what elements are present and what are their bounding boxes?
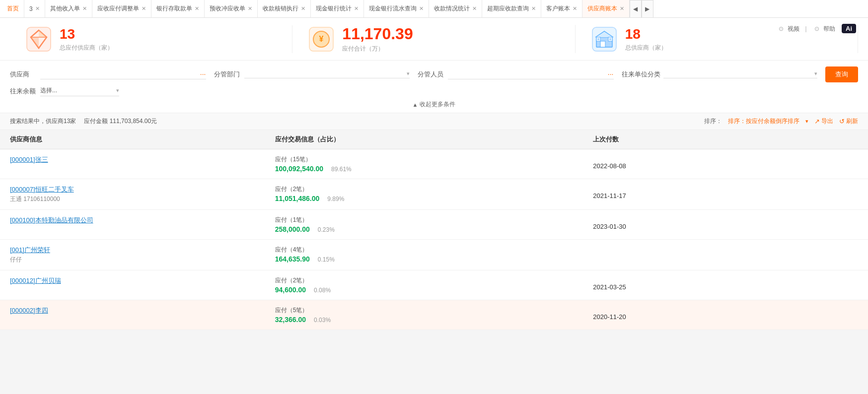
stat-block-amount: ¥ 11,170.39 应付合计（万） xyxy=(292,25,575,53)
chevron-down-icon4: ▾ xyxy=(805,118,808,125)
stats-bar: 13 总应付供应商（家） ¥ 11,170.39 应付合计（万） xyxy=(0,18,868,61)
supplier-link-4[interactable]: [000012]广州贝瑞 xyxy=(10,277,61,284)
nav-tab-cash-flow[interactable]: 现金银行流水查询 ✕ xyxy=(364,0,429,18)
supplier-link-5[interactable]: [000002]李四 xyxy=(10,307,48,314)
nav-tab-cash-stat[interactable]: 现金银行统计 ✕ xyxy=(311,0,364,18)
result-summary: 搜索结果中，供应商13家 应付金额 111,703,854.00元 xyxy=(10,117,157,126)
supplier-link-1[interactable]: [000007]恒旺二手叉车 xyxy=(10,186,74,193)
nav-tab-receipt-label: 收款核销执行 xyxy=(263,4,298,13)
trans-pct-2: 0.23% xyxy=(318,226,335,233)
trans-amount-1: 11,051,486.00 xyxy=(275,195,320,202)
circle-icon2: ⊙ xyxy=(814,25,819,32)
stat-label-amount: 应付合计（万） xyxy=(342,45,413,53)
supplier-info-4: [000012]广州贝瑞 xyxy=(10,276,275,285)
trans-label-1: 应付（2笔） xyxy=(275,185,593,194)
nav-tab-receipt-verify[interactable]: 收款核销执行 ✕ xyxy=(258,0,311,18)
transaction-info-1: 应付（2笔） 11,051,486.00 9.89% xyxy=(275,185,593,202)
query-button[interactable]: 查询 xyxy=(825,66,858,82)
supplier-link-2[interactable]: [000100]本特勤油品有限公司 xyxy=(10,216,93,224)
table-row: [000007]恒旺二手叉车 王通 17106110000 应付（2笔） 11,… xyxy=(0,179,868,210)
filter-row-2: 往来余额 选择... ▾ xyxy=(10,86,858,96)
nav-tab-ar-ap-label: 应收应付调整单 xyxy=(97,4,139,13)
transaction-info-2: 应付（1笔） 258,000.00 0.23% xyxy=(275,216,593,233)
nav-tab-prepay[interactable]: 预收冲应收单 ✕ xyxy=(205,0,258,18)
export-icon: ↗ xyxy=(814,118,820,125)
category-select-wrap[interactable]: ▾ xyxy=(663,70,818,78)
close-icon[interactable]: ✕ xyxy=(142,5,146,12)
trans-pct-0: 89.61% xyxy=(331,166,352,173)
nav-tab-receipt-stat-label: 收款情况统计 xyxy=(434,4,470,13)
supplier-input-wrap[interactable]: ··· xyxy=(40,70,206,79)
result-actions: 排序： 排序：按应付余额倒序排序 ▾ ↗ 导出 ↺ 刷新 xyxy=(704,117,858,126)
col-header-lastpay: 上次付数 xyxy=(593,135,805,144)
supplier-link-3[interactable]: [001]广州荣轩 xyxy=(10,246,50,254)
trans-pct-1: 9.89% xyxy=(327,196,344,202)
nav-tab-receipt-stat[interactable]: 收款情况统计 ✕ xyxy=(429,0,482,18)
table-row: [001]广州荣轩 仔仔 应付（4笔） 164,635.90 0.15% xyxy=(0,240,868,270)
lastpay-0: 2022-08-08 xyxy=(593,155,805,170)
filter-row-1: 供应商 ··· 分管部门 ▾ 分管人员 ··· 往来单位分类 xyxy=(10,66,858,82)
chevron-down-icon2: ▾ xyxy=(814,70,817,77)
filter-supplier: 供应商 ··· xyxy=(10,70,206,79)
nav-tab-bank-deposit[interactable]: 银行存取款单 ✕ xyxy=(151,0,205,18)
filter-category-label: 往来单位分类 xyxy=(622,70,660,79)
supplier-info-1: [000007]恒旺二手叉车 王通 17106110000 xyxy=(10,185,275,203)
supplier-link-0[interactable]: [000001]张三 xyxy=(10,156,48,163)
chevron-down-icon3: ▾ xyxy=(116,87,119,94)
nav-tab-3[interactable]: 3 ✕ xyxy=(24,0,45,18)
close-icon[interactable]: ✕ xyxy=(82,5,87,12)
close-icon[interactable]: ✕ xyxy=(301,5,305,12)
supplier-info-2: [000100]本特勤油品有限公司 xyxy=(10,216,275,225)
close-icon[interactable]: ✕ xyxy=(531,5,536,12)
nav-tab-customer-label: 客户账本 xyxy=(546,4,570,13)
lastpay-4: 2021-03-25 xyxy=(593,276,805,291)
top-navigation: 首页 3 ✕ 其他收入单 ✕ 应收应付调整单 ✕ 银行存取款单 ✕ 预收冲应收单… xyxy=(0,0,868,18)
refresh-label: 刷新 xyxy=(846,117,858,126)
filter-category: 往来单位分类 ▾ xyxy=(622,70,818,79)
nav-tab-3-close[interactable]: ✕ xyxy=(35,5,40,12)
nav-tab-home[interactable]: 首页 xyxy=(2,0,24,18)
export-button[interactable]: ↗ 导出 xyxy=(814,117,833,126)
nav-tab-ar-ap-adjust[interactable]: 应收应付调整单 ✕ xyxy=(92,0,151,18)
close-icon[interactable]: ✕ xyxy=(472,5,477,12)
video-link[interactable]: 视频 xyxy=(788,25,799,32)
close-icon[interactable]: ✕ xyxy=(354,5,359,12)
trans-pct-4: 0.08% xyxy=(314,287,331,294)
supplier-dots-icon[interactable]: ··· xyxy=(200,70,206,78)
svg-text:¥: ¥ xyxy=(319,35,324,43)
person-dots-icon[interactable]: ··· xyxy=(608,70,614,78)
close-icon[interactable]: ✕ xyxy=(620,5,624,12)
nav-tab-customer-book[interactable]: 客户账本 ✕ xyxy=(541,0,582,18)
close-icon[interactable]: ✕ xyxy=(419,5,424,12)
nav-tab-other-income[interactable]: 其他收入单 ✕ xyxy=(45,0,92,18)
filter-bar: 供应商 ··· 分管部门 ▾ 分管人员 ··· 往来单位分类 xyxy=(0,61,868,113)
nav-tab-bank-label: 银行存取款单 xyxy=(156,4,192,13)
data-table: 供应商信息 应付交易信息（占比） 上次付数 [000001]张三 应付（15笔）… xyxy=(0,130,868,330)
nav-next-arrow[interactable]: ▶ xyxy=(642,0,653,18)
filter-balance-label: 往来余额 xyxy=(10,87,37,96)
filter-person-label: 分管人员 xyxy=(418,70,445,79)
chevron-down-icon: ▾ xyxy=(407,70,410,77)
nav-tab-supplier-book[interactable]: 供应商账本 ✕ xyxy=(582,0,630,18)
close-icon[interactable]: ✕ xyxy=(248,5,252,12)
sort-link[interactable]: 排序：按应付余额倒序排序 xyxy=(728,117,799,126)
nav-tab-other-income-label: 其他收入单 xyxy=(50,4,80,13)
nav-tab-overdue[interactable]: 超期应收款查询 ✕ xyxy=(482,0,541,18)
balance-select-wrap[interactable]: 选择... ▾ xyxy=(40,86,119,96)
ai-badge[interactable]: Ai xyxy=(842,24,856,33)
person-input-wrap[interactable]: ··· xyxy=(448,70,614,79)
nav-prev-arrow[interactable]: ◀ xyxy=(630,0,642,18)
help-link[interactable]: 帮助 xyxy=(823,25,835,32)
table-row: [000012]广州贝瑞 应付（2笔） 94,600.00 0.08% 2021… xyxy=(0,270,868,300)
filter-supplier-label: 供应商 xyxy=(10,70,37,79)
refresh-button[interactable]: ↺ 刷新 xyxy=(839,117,858,126)
balance-placeholder-text: 选择... xyxy=(40,86,116,95)
trans-amount-2: 258,000.00 xyxy=(275,225,310,233)
stat-block-suppliers: 13 总应付供应商（家） xyxy=(10,25,292,53)
close-icon[interactable]: ✕ xyxy=(195,5,199,12)
result-amount-label: 应付金额 111,703,854.00元 xyxy=(84,117,157,126)
collapse-button[interactable]: ▲ 收起更多条件 xyxy=(413,100,456,109)
store-icon xyxy=(590,25,618,53)
close-icon[interactable]: ✕ xyxy=(573,5,577,12)
dept-select-wrap[interactable]: ▾ xyxy=(244,70,410,78)
